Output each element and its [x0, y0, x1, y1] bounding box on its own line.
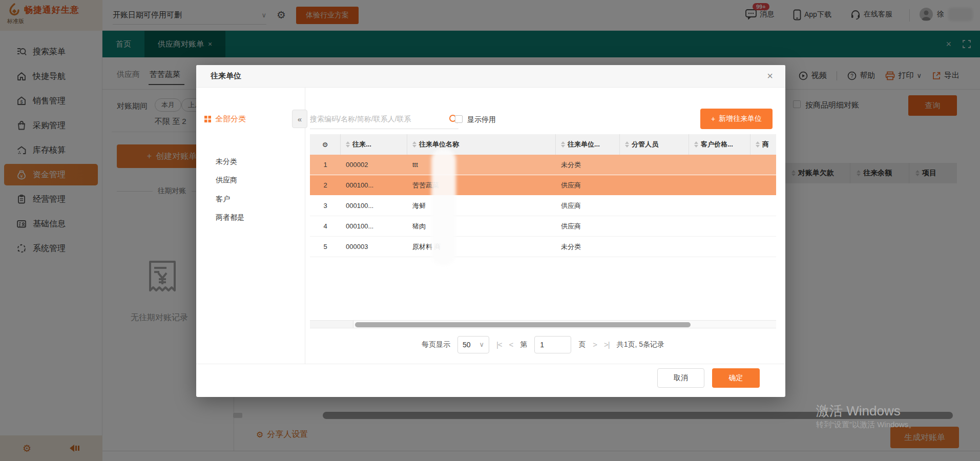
partner-select-dialog: 往来单位 × 全部分类 未分类 供应商 客户 两者都是 « 显示停 [196, 65, 785, 397]
row-goods [750, 216, 776, 236]
sort-icon [694, 141, 698, 148]
partner-table-header: ⚙ 往来... 往来单位名称 往来单位... 分管人员 客户价格... 商 [310, 134, 776, 155]
column-code[interactable]: 往来... [341, 134, 407, 155]
dialog-titlebar: 往来单位 × [196, 65, 785, 88]
column-category[interactable]: 往来单位... [556, 134, 620, 155]
app-window: 畅捷通好生意 标准版 开账日期可停用可删 ∨ ⚙ 体验行业方案 99+ 消息 A… [0, 0, 980, 461]
row-goods [750, 175, 776, 195]
row-price-level [689, 196, 750, 216]
sort-icon [625, 141, 629, 148]
page-prefix: 第 [520, 340, 527, 349]
column-settings-gear-icon[interactable]: ⚙ [310, 134, 341, 155]
partner-search [310, 109, 458, 129]
category-item-supplier[interactable]: 供应商 [216, 176, 237, 185]
sort-icon [346, 141, 350, 148]
category-all-label: 全部分类 [215, 114, 246, 124]
partner-search-input[interactable] [310, 115, 448, 123]
row-name: 原材料 商 [407, 237, 556, 257]
sort-icon [561, 141, 565, 148]
row-index: 3 [310, 196, 341, 216]
first-page-icon[interactable]: |< [496, 340, 502, 349]
column-label: 客户价格... [701, 140, 733, 149]
column-price-level[interactable]: 客户价格... [689, 134, 750, 155]
row-category: 供应商 [556, 175, 620, 195]
row-price-level [689, 216, 750, 236]
row-goods [750, 155, 776, 175]
row-manager [620, 175, 689, 195]
column-name[interactable]: 往来单位名称 [407, 134, 556, 155]
page-number-input[interactable] [534, 336, 571, 353]
row-index: 4 [310, 216, 341, 236]
show-disabled-label: 显示停用 [467, 115, 496, 124]
category-all[interactable]: 全部分类 [204, 114, 246, 124]
category-item-customer[interactable]: 客户 [216, 195, 230, 204]
row-name: ttt [407, 155, 556, 175]
per-page-value: 50 [463, 341, 471, 349]
last-page-icon[interactable]: >| [604, 340, 610, 349]
row-name: 苦苦蔬菜 [407, 175, 556, 195]
table-row[interactable]: 4 000100... 猪肉 供应商 [310, 216, 776, 237]
row-category: 未分类 [556, 237, 620, 257]
column-label: 商 [762, 140, 769, 149]
row-index: 2 [310, 175, 341, 195]
partner-table-body: 1 000002 ttt 未分类 2 000100... 苦苦蔬菜 供应商 3 … [310, 155, 776, 257]
row-code: 000002 [341, 155, 407, 175]
table-row[interactable]: 5 000003 原材料 商 未分类 [310, 237, 776, 257]
table-row[interactable]: 2 000100... 苦苦蔬菜 供应商 [310, 175, 776, 196]
sort-icon [756, 141, 760, 148]
dialog-title: 往来单位 [211, 71, 241, 81]
column-label: 往来... [352, 140, 371, 149]
row-price-level [689, 237, 750, 257]
next-page-icon[interactable]: > [593, 340, 597, 349]
row-goods [750, 237, 776, 257]
dialog-close-icon[interactable]: × [767, 70, 773, 82]
row-price-level [689, 175, 750, 195]
row-category: 供应商 [556, 196, 620, 216]
row-manager [620, 237, 689, 257]
name-privacy-blur [431, 149, 456, 265]
row-manager [620, 216, 689, 236]
table-row[interactable]: 1 000002 ttt 未分类 [310, 155, 776, 175]
windows-watermark-line1: 激活 Windows [816, 402, 901, 420]
row-category: 供应商 [556, 216, 620, 236]
row-manager [620, 155, 689, 175]
row-price-level [689, 155, 750, 175]
column-label: 往来单位... [568, 140, 600, 149]
row-code: 000100... [341, 196, 407, 216]
row-goods [750, 196, 776, 216]
chevron-down-icon: ∨ [479, 341, 484, 348]
row-index: 5 [310, 237, 341, 257]
row-code: 000003 [341, 237, 407, 257]
row-manager [620, 196, 689, 216]
category-item-unclassified[interactable]: 未分类 [216, 157, 237, 166]
table-row[interactable]: 3 000100... 海鲜 供应商 [310, 196, 776, 216]
category-panel: 全部分类 未分类 供应商 客户 两者都是 [196, 88, 305, 364]
windows-watermark-line2: 转到“设置”以激活 Windows。 [816, 420, 916, 430]
per-page-label: 每页显示 [422, 340, 450, 349]
dialog-footer: 取消 确定 [196, 364, 785, 397]
add-partner-label: 新增往来单位 [719, 114, 762, 123]
cancel-button[interactable]: 取消 [657, 368, 704, 388]
row-name: 猪肉 [407, 216, 556, 236]
pagination-summary: 共1页, 5条记录 [617, 340, 664, 349]
column-goods[interactable]: 商 [750, 134, 776, 155]
prev-page-icon[interactable]: < [509, 340, 513, 349]
column-label: 往来单位名称 [419, 140, 459, 149]
panel-divider [305, 88, 305, 364]
confirm-button[interactable]: 确定 [712, 368, 760, 388]
category-item-both[interactable]: 两者都是 [216, 213, 244, 222]
show-disabled-checkbox[interactable] [455, 115, 463, 123]
hscrollbar-fixed-cell [310, 321, 353, 328]
page-suffix: 页 [578, 340, 586, 349]
row-category: 未分类 [556, 155, 620, 175]
hscrollbar-thumb[interactable] [355, 322, 691, 327]
add-partner-button[interactable]: + 新增往来单位 [700, 109, 773, 129]
column-manager[interactable]: 分管人员 [620, 134, 689, 155]
row-name: 海鲜 [407, 196, 556, 216]
grid-icon [204, 116, 211, 122]
row-code: 000100... [341, 175, 407, 195]
collapse-panel-button[interactable]: « [292, 110, 307, 128]
pagination: 每页显示 50 ∨ |< < 第 页 > >| 共1页, 5条记录 [310, 333, 776, 356]
table-hscrollbar [310, 320, 776, 328]
per-page-select[interactable]: 50 ∨ [457, 336, 489, 353]
